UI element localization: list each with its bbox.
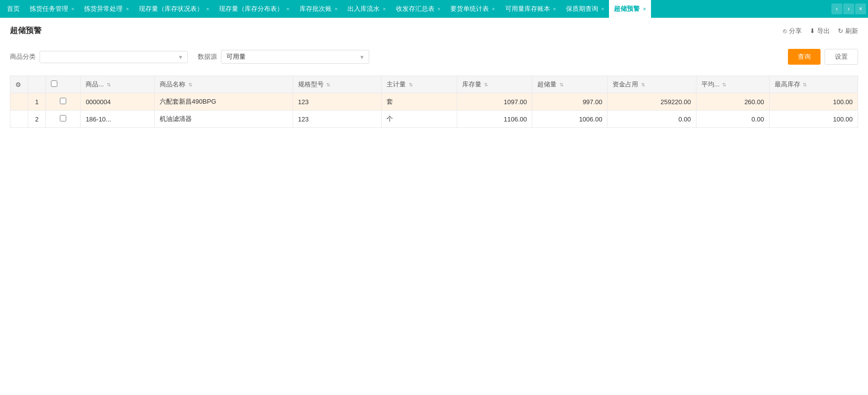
nav-tab-task-label: 拣货任务管理: [30, 4, 68, 13]
nav-tab-stock-dist-label: 现存量（库存分布表）: [219, 4, 283, 13]
nav-next-btn[interactable]: ›: [843, 3, 854, 14]
nav-prev-btn[interactable]: ‹: [831, 3, 842, 14]
main-content: 超储预警 ⎋ 分享 ⬇ 导出 ↻ 刷新 商品分类 ▾ 数据源: [0, 18, 868, 395]
close-batch-icon[interactable]: ×: [335, 6, 338, 12]
th-capital[interactable]: 资金占用 ⇅: [608, 76, 696, 93]
nav-tab-stock-dist[interactable]: 现存量（库存分布表） ×: [214, 0, 294, 18]
filter-bar: 商品分类 ▾ 数据源 可用量 ▾ 查询 设置: [10, 44, 858, 70]
row-checkbox-0[interactable]: [60, 98, 66, 104]
row-checkbox-1[interactable]: [60, 115, 66, 121]
category-arrow-icon: ▾: [179, 53, 182, 61]
sort-avg-icon: ⇅: [722, 82, 726, 87]
page-title: 超储预警: [10, 26, 42, 36]
sort-product-code-icon: ⇅: [107, 82, 111, 87]
th-product-name-label: 商品名称: [160, 80, 185, 88]
nav-tab-batch-label: 库存批次账: [300, 4, 332, 13]
th-avg[interactable]: 平均... ⇅: [696, 76, 769, 93]
nav-tab-batch[interactable]: 库存批次账 ×: [295, 0, 343, 18]
export-btn[interactable]: ⬇ 导出: [810, 27, 830, 36]
row-stock: 1097.00: [457, 93, 532, 111]
filter-actions: 查询 设置: [788, 49, 858, 65]
close-abnormal-icon[interactable]: ×: [126, 6, 129, 12]
refresh-label: 刷新: [845, 27, 858, 36]
row-overstock: 1006.00: [532, 111, 607, 128]
th-max-stock[interactable]: 最高库存 ⇅: [769, 76, 858, 93]
row-num-cell: 2: [28, 111, 46, 128]
sort-stock-icon: ⇅: [484, 82, 488, 87]
share-icon: ⎋: [783, 27, 787, 35]
nav-tab-inout-label: 出入库流水: [347, 4, 380, 13]
sort-unit-icon: ⇅: [409, 82, 413, 87]
close-overstock-icon[interactable]: ×: [643, 6, 646, 12]
nav-tab-home-label: 首页: [7, 4, 20, 13]
gear-icon[interactable]: ⚙: [15, 81, 21, 88]
datasource-filter: 数据源 可用量 ▾: [198, 50, 369, 64]
nav-tab-order-stat-label: 要货单统计表: [450, 4, 489, 13]
top-nav: 首页 拣货任务管理 × 拣货异常处理 × 现存量（库存状况表） × 现存量（库存…: [0, 0, 868, 18]
nav-tab-home[interactable]: 首页: [2, 0, 25, 18]
nav-tab-collect[interactable]: 收发存汇总表 ×: [391, 0, 445, 18]
category-label: 商品分类: [10, 52, 36, 61]
nav-tab-stock-status[interactable]: 现存量（库存状况表） ×: [134, 0, 214, 18]
row-spec: 123: [293, 93, 381, 111]
nav-tab-available[interactable]: 可用量库存账本 ×: [500, 0, 561, 18]
sort-overstock-icon: ⇅: [560, 82, 564, 87]
row-overstock: 997.00: [532, 93, 607, 111]
close-stock-dist-icon[interactable]: ×: [286, 6, 289, 12]
nav-tab-expiry[interactable]: 保质期查询 ×: [561, 0, 609, 18]
datasource-arrow-icon: ▾: [360, 53, 364, 61]
category-select[interactable]: ▾: [40, 51, 188, 63]
th-stock-label: 库存量: [462, 80, 481, 88]
row-num-cell: 1: [28, 93, 46, 111]
nav-tab-task[interactable]: 拣货任务管理 ×: [25, 0, 79, 18]
th-unit[interactable]: 主计量 ⇅: [382, 76, 457, 93]
row-unit: 套: [382, 93, 457, 111]
th-spec[interactable]: 规格型号 ⇅: [293, 76, 381, 93]
data-table: ⚙ 商品... ⇅ 商品名称 ⇅ 规格型号 ⇅: [10, 76, 858, 128]
refresh-btn[interactable]: ↻ 刷新: [838, 27, 858, 36]
close-task-icon[interactable]: ×: [71, 6, 74, 12]
close-available-icon[interactable]: ×: [553, 6, 556, 12]
th-overstock-label: 超储量: [537, 80, 557, 88]
close-stock-status-icon[interactable]: ×: [206, 6, 209, 12]
header-actions: ⎋ 分享 ⬇ 导出 ↻ 刷新: [783, 27, 858, 36]
th-stock[interactable]: 库存量 ⇅: [457, 76, 532, 93]
th-product-name[interactable]: 商品名称 ⇅: [155, 76, 293, 93]
row-spec: 123: [293, 111, 381, 128]
row-product-code: 0000004: [81, 93, 155, 111]
th-unit-label: 主计量: [387, 80, 406, 88]
datasource-select[interactable]: 可用量 ▾: [221, 50, 369, 64]
table-header-row: ⚙ 商品... ⇅ 商品名称 ⇅ 规格型号 ⇅: [10, 76, 858, 93]
nav-tab-abnormal[interactable]: 拣货异常处理 ×: [79, 0, 133, 18]
nav-tab-stock-status-label: 现存量（库存状况表）: [139, 4, 203, 13]
row-max-stock: 100.00: [769, 111, 858, 128]
th-gear: ⚙: [10, 76, 28, 93]
nav-arrows: ‹ › ×: [831, 3, 866, 14]
nav-tab-order-stat[interactable]: 要货单统计表 ×: [445, 0, 500, 18]
nav-tab-overstock[interactable]: 超储预警 ×: [609, 0, 651, 18]
select-all-checkbox[interactable]: [51, 80, 57, 87]
refresh-icon: ↻: [838, 27, 843, 35]
close-order-stat-icon[interactable]: ×: [492, 6, 495, 12]
row-product-name: 机油滤清器: [155, 111, 293, 128]
nav-close-btn[interactable]: ×: [855, 3, 866, 14]
datasource-value: 可用量: [226, 52, 246, 61]
row-checkbox-cell: [46, 93, 81, 111]
query-button[interactable]: 查询: [788, 49, 821, 65]
nav-tab-inout[interactable]: 出入库流水 ×: [343, 0, 391, 18]
close-inout-icon[interactable]: ×: [383, 6, 386, 12]
close-expiry-icon[interactable]: ×: [601, 6, 604, 12]
share-label: 分享: [789, 27, 802, 36]
sort-product-name-icon: ⇅: [188, 82, 192, 87]
th-overstock[interactable]: 超储量 ⇅: [532, 76, 607, 93]
row-avg: 260.00: [696, 93, 769, 111]
th-product-code[interactable]: 商品... ⇅: [81, 76, 155, 93]
th-checkbox: [46, 76, 81, 93]
th-num: [28, 76, 46, 93]
category-filter: 商品分类 ▾: [10, 51, 188, 63]
share-btn[interactable]: ⎋ 分享: [783, 27, 802, 36]
close-collect-icon[interactable]: ×: [437, 6, 440, 12]
row-checkbox-cell: [46, 111, 81, 128]
th-capital-label: 资金占用: [612, 80, 638, 88]
settings-button[interactable]: 设置: [825, 49, 858, 65]
